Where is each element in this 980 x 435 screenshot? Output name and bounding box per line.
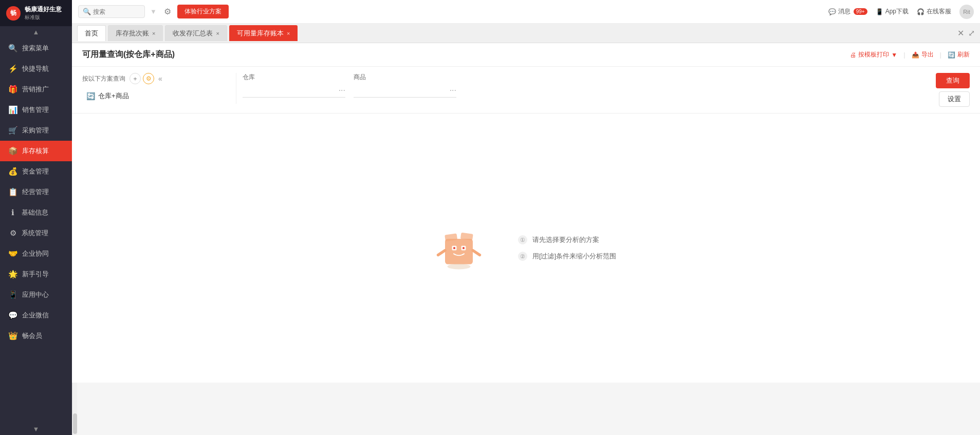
page-actions: 🖨 按模板打印 ▼ | 📤 导出 | 🔄 刷新 [850,50,970,59]
sidebar-item-vip[interactable]: 👑 畅会员 [0,326,72,346]
tab-available-qty[interactable]: 可用量库存账本 × [229,25,298,41]
shortcut-icon: ⚡ [8,64,18,73]
topbar-right: 💬 消息 99+ 📱 App下载 🎧 在线客服 Rit [828,5,974,19]
operation-icon: 📋 [8,187,18,197]
app-download-icon: 📱 [876,8,883,15]
sidebar-item-system[interactable]: ⚙ 系统管理 [0,223,72,243]
add-scheme-button[interactable]: ＋ [130,73,141,84]
warehouse-label: 仓库 [243,73,345,82]
export-label: 导出 [921,50,934,59]
sidebar-item-shortcut[interactable]: ⚡ 快捷导航 [0,59,72,79]
sidebar-item-search[interactable]: 🔍 搜索菜单 [0,38,72,59]
sidebar-item-operation[interactable]: 📋 经营管理 [0,182,72,202]
search-icon: 🔍 [83,8,91,15]
svg-rect-6 [463,247,465,249]
vip-icon: 👑 [8,331,18,341]
topbar-search-box[interactable]: 🔍 [78,5,145,18]
warehouse-input[interactable] [243,87,337,94]
sidebar-item-apps[interactable]: 📱 应用中心 [0,285,72,305]
tip-text-1: 请先选择要分析的方案 [532,235,599,244]
filter-icons: ＋ ⚙ [130,73,154,84]
print-label: 按模板打印 [858,50,889,59]
tab-receipt-summary-close[interactable]: × [216,30,219,36]
refresh-label: 刷新 [957,50,970,59]
warehouse-more-icon[interactable]: ··· [339,86,345,95]
basic-icon: ℹ [8,208,17,217]
filter-scheme-label: 按以下方案查询 ＋ ⚙ « [82,73,230,84]
sidebar-item-guide[interactable]: 🌟 新手引导 [0,264,72,285]
refresh-button[interactable]: 🔄 刷新 [948,50,970,59]
tab-home[interactable]: 首页 [77,25,106,41]
sidebar-item-basic[interactable]: ℹ 基础信息 [0,202,72,223]
app-download-button[interactable]: 📱 App下载 [876,7,909,16]
tip-num-2: ② [518,252,527,261]
sidebar-item-purchase[interactable]: 🛒 采购管理 [0,120,72,141]
sidebar-item-label: 应用中心 [22,290,49,299]
filter-scheme-text: 按以下方案查询 [82,74,125,83]
search-input[interactable] [93,8,134,15]
query-button[interactable]: 查询 [936,73,970,88]
sidebar-item-finance[interactable]: 💰 资金管理 [0,161,72,182]
print-dropdown-icon[interactable]: ▼ [891,51,897,59]
tip-text-2: 用[过滤]条件来缩小分析范围 [532,252,616,261]
sidebar-edition: 标准版 [25,14,62,21]
sidebar-item-label: 销售管理 [22,105,49,115]
tabs-right-controls: ✕ ⤢ [957,28,975,38]
settings-scheme-button[interactable]: ⚙ [143,73,154,84]
goods-input-box: ··· [354,84,456,98]
scheme-item-warehouse-goods[interactable]: 🔄 仓库+商品 [82,88,230,104]
user-avatar[interactable]: Rit [959,5,974,19]
sidebar-item-sales[interactable]: 📊 销售管理 [0,100,72,120]
messages-button[interactable]: 💬 消息 99+ [828,7,867,16]
filter-scheme-panel: 按以下方案查询 ＋ ⚙ « 🔄 仓库+商品 [82,73,236,104]
export-button[interactable]: 📤 导出 [912,50,934,59]
sidebar-item-label: 企业协同 [22,249,49,258]
collapse-arrow-icon[interactable]: « [158,74,162,83]
tip-item-2: ② 用[过滤]条件来缩小分析范围 [518,252,616,261]
sidebar-item-label: 快捷导航 [22,64,49,73]
tabs-expand-button[interactable]: ⤢ [968,28,975,38]
page-title: 可用量查询(按仓库+商品) [82,49,175,60]
goods-more-icon[interactable]: ··· [450,86,456,95]
sidebar-item-collab[interactable]: 🤝 企业协同 [0,243,72,264]
tab-receipt-summary[interactable]: 收发存汇总表 × [165,25,227,41]
scheme-icon: 🔄 [86,92,95,100]
svg-rect-5 [453,247,455,249]
tab-available-qty-close[interactable]: × [287,30,290,36]
sidebar-item-label: 企业微信 [22,311,49,320]
sidebar-scroll-down[interactable]: ▼ [0,423,72,435]
tab-inventory-batch[interactable]: 库存批次账 × [108,25,163,41]
empty-box-svg [436,225,482,271]
sidebar-company: 畅康通好生意 [25,5,62,14]
headset-icon: 🎧 [917,8,924,15]
search-menu-icon: 🔍 [8,44,18,53]
tab-home-label: 首页 [85,29,98,38]
finance-icon: 💰 [8,167,18,176]
tabs-close-button[interactable]: ✕ [957,28,964,38]
sidebar-scroll-up[interactable]: ▲ [0,26,72,38]
refresh-icon: 🔄 [948,51,955,59]
sidebar-header: 畅 畅康通好生意 标准版 [0,0,72,26]
gear-icon[interactable]: ⚙ [162,5,173,18]
sidebar-item-label: 采购管理 [22,126,49,135]
sidebar-item-marketing[interactable]: 🎁 营销推广 [0,79,72,100]
settings-button[interactable]: 设置 [939,91,970,107]
tab-receipt-summary-label: 收发存汇总表 [173,29,213,38]
sidebar-item-label: 经营管理 [22,187,49,197]
print-button[interactable]: 🖨 按模板打印 ▼ [850,50,897,59]
industry-solution-button[interactable]: 体验行业方案 [177,5,229,18]
online-service-button[interactable]: 🎧 在线客服 [917,7,951,16]
right-scrollbar[interactable] [72,383,77,435]
sidebar-menu: 🔍 搜索菜单 ⚡ 快捷导航 🎁 营销推广 📊 销售管理 🛒 采购管理 📦 库存核… [0,38,72,423]
sidebar-item-wechat[interactable]: 💬 企业微信 [0,305,72,326]
goods-input[interactable] [354,87,448,94]
sidebar: 畅 畅康通好生意 标准版 ▲ 🔍 搜索菜单 ⚡ 快捷导航 🎁 营销推广 📊 销售… [0,0,72,435]
query-buttons-area: 查询 设置 [930,73,970,107]
tab-inventory-batch-close[interactable]: × [152,30,155,36]
svg-line-8 [473,251,480,255]
sidebar-item-inventory[interactable]: 📦 库存核算 [0,141,72,161]
warehouse-filter-field: 仓库 ··· [243,73,345,98]
messages-icon: 💬 [828,8,836,15]
guide-icon: 🌟 [8,270,18,279]
empty-state: ① 请先选择要分析的方案 ② 用[过滤]条件来缩小分析范围 [72,114,980,383]
